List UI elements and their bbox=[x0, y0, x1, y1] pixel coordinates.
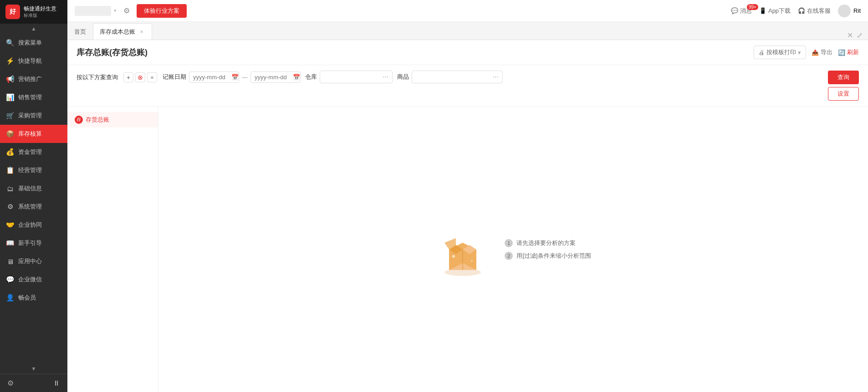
empty-svg bbox=[435, 222, 490, 277]
sales-icon: 📊 bbox=[5, 93, 15, 102]
calendar-end-icon[interactable]: 📅 bbox=[293, 74, 300, 81]
support-icon: 🎧 bbox=[798, 7, 805, 14]
refresh-button[interactable]: 🔄 刷新 bbox=[838, 48, 859, 56]
svg-point-7 bbox=[452, 255, 455, 258]
filter-collapse-button[interactable]: « bbox=[147, 72, 157, 82]
sidebar-item-search[interactable]: 🔍 搜索菜单 bbox=[0, 34, 67, 52]
refresh-label: 刷新 bbox=[847, 48, 859, 56]
sidebar-item-purchase[interactable]: 🛒 采购管理 bbox=[0, 107, 67, 125]
finance-icon: 💰 bbox=[5, 148, 15, 157]
message-icon: 💬 bbox=[731, 7, 738, 14]
filter-row: 记账日期 📅 — 📅 仓库 ··· bbox=[163, 71, 819, 83]
online-support-button[interactable]: 🎧 在线客服 bbox=[798, 7, 831, 15]
sidebar-item-wechat[interactable]: 💬 企业微信 bbox=[0, 270, 67, 289]
product-select[interactable]: ··· bbox=[412, 71, 503, 83]
settings-button[interactable]: 设置 bbox=[828, 87, 859, 101]
user-avatar-button[interactable]: Rit bbox=[838, 5, 861, 17]
warehouse-select[interactable]: ··· bbox=[320, 71, 393, 83]
date-end-text[interactable] bbox=[255, 74, 291, 81]
date-start-input[interactable]: 📅 bbox=[189, 71, 239, 83]
sidebar-item-management[interactable]: 📋 经营管理 bbox=[0, 161, 67, 179]
content-area: 存 存货总账 bbox=[67, 107, 868, 392]
sidebar-item-label-appcenter: 应用中心 bbox=[18, 257, 42, 265]
search-icon: 🔍 bbox=[5, 38, 15, 47]
wechat-icon: 💬 bbox=[5, 275, 15, 284]
main-area: ▾ ⚙ 体验行业方案 💬 消息 99+ 📱 App下载 🎧 在线客服 Rit bbox=[67, 0, 868, 392]
left-panel-item-inventory[interactable]: 存 存货总账 bbox=[67, 112, 158, 127]
export-label: 导出 bbox=[821, 48, 832, 56]
date-end-input[interactable]: 📅 bbox=[250, 71, 301, 83]
sidebar-item-label-sales: 销售管理 bbox=[18, 93, 42, 102]
topbar-settings-button[interactable]: ⚙ bbox=[120, 5, 133, 17]
sidebar-item-marketing[interactable]: 📢 营销推广 bbox=[0, 70, 67, 88]
export-button[interactable]: 📤 导出 bbox=[812, 48, 832, 56]
product-more-icon[interactable]: ··· bbox=[493, 73, 499, 81]
audio-footer-icon[interactable]: ⏸ bbox=[53, 379, 60, 387]
sidebar-item-shortcut[interactable]: ⚡ 快捷导航 bbox=[0, 52, 67, 70]
empty-illustration bbox=[435, 222, 490, 277]
app-icon: 📱 bbox=[759, 7, 766, 14]
sidebar-item-sales[interactable]: 📊 销售管理 bbox=[0, 88, 67, 107]
date-start-text[interactable] bbox=[193, 74, 230, 81]
sidebar-scroll-up[interactable]: ▲ bbox=[0, 24, 67, 34]
tab-close-icon[interactable]: × bbox=[138, 28, 145, 36]
filter-group-date: 记账日期 📅 — 📅 bbox=[163, 71, 301, 83]
filter-group-product: 商品 ··· bbox=[397, 71, 503, 83]
management-icon: 📋 bbox=[5, 166, 15, 175]
print-button[interactable]: 🖨 按模板打印 ▾ bbox=[754, 46, 806, 59]
sidebar-item-label-enterprise: 企业协同 bbox=[18, 221, 42, 229]
tab-inventory-ledger[interactable]: 库存成本总账 × bbox=[93, 23, 152, 40]
topbar-left: ▾ ⚙ 体验行业方案 bbox=[75, 4, 727, 18]
app-label: App下载 bbox=[768, 7, 791, 15]
print-dropdown-icon[interactable]: ▾ bbox=[798, 49, 801, 56]
query-button[interactable]: 查询 bbox=[828, 71, 859, 84]
close-panel-button[interactable]: ✕ bbox=[847, 31, 853, 40]
sidebar-item-inventory[interactable]: 📦 库存核算 bbox=[0, 125, 67, 143]
sidebar-item-member[interactable]: 👤 畅会员 bbox=[0, 289, 67, 307]
sidebar-item-finance[interactable]: 💰 资金管理 bbox=[0, 143, 67, 161]
sidebar-scroll-down[interactable]: ▼ bbox=[0, 364, 67, 374]
hint-num-1: 1 bbox=[505, 239, 513, 247]
sidebar-nav: 🔍 搜索菜单 ⚡ 快捷导航 📢 营销推广 📊 销售管理 🛒 采购管理 📦 库存核… bbox=[0, 34, 67, 364]
sidebar-item-guide[interactable]: 📖 新手引导 bbox=[0, 234, 67, 252]
empty-hints: 1 请先选择要分析的方案 2 用[过滤]条件来缩小分析范围 bbox=[505, 239, 591, 260]
trial-button[interactable]: 体验行业方案 bbox=[137, 4, 187, 18]
sidebar-item-label-member: 畅会员 bbox=[18, 294, 36, 302]
sidebar-item-basics[interactable]: 🗂 基础信息 bbox=[0, 179, 67, 198]
settings-footer-icon[interactable]: ⚙ bbox=[7, 379, 14, 387]
message-button[interactable]: 💬 消息 99+ bbox=[731, 7, 752, 15]
app-download-button[interactable]: 📱 App下载 bbox=[759, 7, 791, 15]
tab-home-label: 首页 bbox=[74, 28, 86, 36]
export-icon: 📤 bbox=[812, 49, 819, 56]
chevron-down-icon[interactable]: ▾ bbox=[114, 8, 117, 14]
empty-state: 1 请先选择要分析的方案 2 用[过滤]条件来缩小分析范围 bbox=[158, 107, 868, 392]
sidebar-item-label-guide: 新手引导 bbox=[18, 239, 42, 247]
calendar-start-icon[interactable]: 📅 bbox=[231, 74, 239, 81]
sidebar-item-label-wechat: 企业微信 bbox=[18, 275, 42, 284]
page-header-actions: 🖨 按模板打印 ▾ 📤 导出 🔄 刷新 bbox=[754, 46, 859, 59]
logo-icon: 好 bbox=[5, 5, 20, 19]
resize-panel-button[interactable]: ⤢ bbox=[857, 31, 863, 40]
date-separator: — bbox=[242, 74, 248, 81]
left-panel: 存 存货总账 bbox=[67, 107, 158, 392]
print-icon: 🖨 bbox=[759, 49, 765, 56]
topbar-right: 💬 消息 99+ 📱 App下载 🎧 在线客服 Rit bbox=[731, 5, 861, 17]
sidebar-item-appcenter[interactable]: 🖥 应用中心 bbox=[0, 252, 67, 270]
sidebar-item-label-finance: 资金管理 bbox=[18, 148, 42, 156]
tab-home[interactable]: 首页 bbox=[67, 23, 93, 40]
sidebar-item-label-inventory: 库存核算 bbox=[18, 130, 42, 138]
empty-hint-2: 2 用[过滤]条件来缩小分析范围 bbox=[505, 252, 591, 260]
page-header: 库存总账(存货总账) 🖨 按模板打印 ▾ 📤 导出 🔄 刷新 bbox=[67, 40, 868, 65]
filter-remove-button[interactable]: ⊗ bbox=[135, 72, 145, 82]
warehouse-more-icon[interactable]: ··· bbox=[383, 73, 388, 81]
filter-add-button[interactable]: + bbox=[123, 72, 133, 82]
sidebar-item-label-marketing: 营销推广 bbox=[18, 75, 42, 83]
hint-text-2: 用[过滤]条件来缩小分析范围 bbox=[516, 252, 591, 260]
logo-badge: 标准版 bbox=[24, 12, 56, 19]
refresh-icon: 🔄 bbox=[838, 49, 845, 56]
sidebar-item-enterprise[interactable]: 🤝 企业协同 bbox=[0, 216, 67, 234]
sidebar: 好 畅捷通好生意 标准版 ▲ 🔍 搜索菜单 ⚡ 快捷导航 📢 营销推广 📊 销售… bbox=[0, 0, 67, 392]
sidebar-item-system[interactable]: ⚙ 系统管理 bbox=[0, 198, 67, 216]
sidebar-item-label-shortcut: 快捷导航 bbox=[18, 57, 42, 65]
user-name: Rit bbox=[853, 7, 861, 14]
